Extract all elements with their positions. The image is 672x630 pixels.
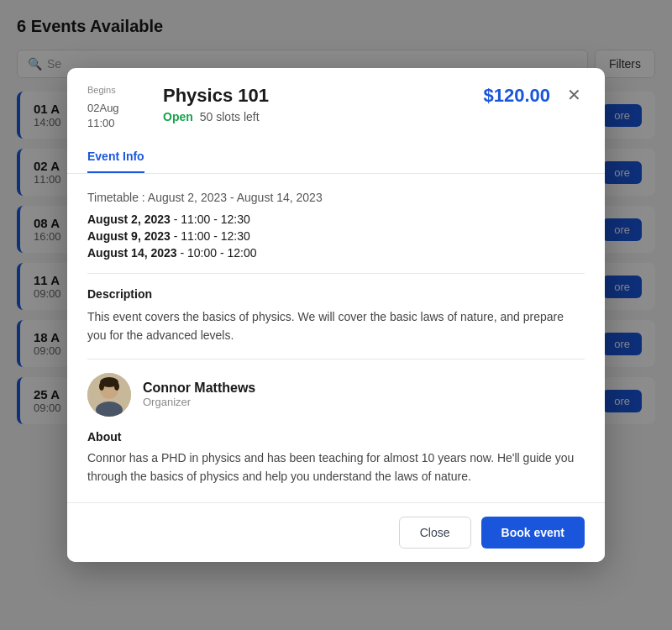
close-icon[interactable]: ✕ xyxy=(564,85,585,105)
begins-time: 11:00 xyxy=(87,117,146,129)
description-text: This event covers the basics of physics.… xyxy=(87,307,585,345)
timetable-date: August 14, 2023 xyxy=(87,246,177,260)
svg-point-4 xyxy=(99,382,104,391)
organizer-role: Organizer xyxy=(143,396,255,408)
divider xyxy=(87,359,585,360)
timetable-time: - 11:00 - 12:30 xyxy=(171,229,250,243)
event-status-row: Open 50 slots left xyxy=(163,110,269,123)
timetable-header: Timetable : August 2, 2023 - August 14, … xyxy=(87,191,585,204)
description-label: Description xyxy=(87,287,585,301)
timetable-entry: August 14, 2023 - 10:00 - 12:00 xyxy=(87,246,585,260)
modal-tabs: Event Info xyxy=(67,143,605,174)
organizer-row: Connor Matthews Organizer xyxy=(87,373,585,417)
timetable-entries: August 2, 2023 - 11:00 - 12:30 August 9,… xyxy=(87,213,585,260)
begins-day: 02Aug xyxy=(87,97,146,115)
timetable-entry: August 2, 2023 - 11:00 - 12:30 xyxy=(87,213,585,226)
begins-month: Aug xyxy=(99,102,118,114)
event-modal: Begins 02Aug 11:00 Physics 101 Open 50 s… xyxy=(67,68,605,563)
timetable-date: August 9, 2023 xyxy=(87,229,171,243)
modal-body: Timetable : August 2, 2023 - August 14, … xyxy=(67,174,605,503)
slots-text: 50 slots left xyxy=(200,110,260,123)
avatar-image xyxy=(87,373,131,417)
organizer-name: Connor Matthews xyxy=(143,381,255,396)
timetable-entry: August 9, 2023 - 11:00 - 12:30 xyxy=(87,229,585,243)
organizer-info: Connor Matthews Organizer xyxy=(143,381,255,408)
begins-block: Begins 02Aug 11:00 xyxy=(87,85,146,129)
modal-header-left: Begins 02Aug 11:00 Physics 101 Open 50 s… xyxy=(87,85,269,129)
svg-point-5 xyxy=(114,382,119,391)
divider xyxy=(87,273,585,274)
about-text: Connor has a PHD in physics and has been… xyxy=(87,449,585,486)
modal-footer: Close Book event xyxy=(67,502,605,562)
avatar xyxy=(87,373,131,417)
event-title: Physics 101 xyxy=(163,85,269,107)
status-badge: Open xyxy=(163,110,193,123)
timetable-time: - 10:00 - 12:00 xyxy=(177,246,257,260)
tab-event-info[interactable]: Event Info xyxy=(87,143,144,173)
event-price: $120.00 xyxy=(483,85,550,107)
close-button[interactable]: Close xyxy=(399,517,471,549)
modal-header: Begins 02Aug 11:00 Physics 101 Open 50 s… xyxy=(67,68,605,136)
about-label: About xyxy=(87,430,585,444)
event-title-block: Physics 101 Open 50 slots left xyxy=(163,85,269,123)
timetable-date: August 2, 2023 xyxy=(87,213,171,226)
book-event-button[interactable]: Book event xyxy=(481,517,585,549)
modal-header-right: $120.00 ✕ xyxy=(483,85,585,107)
modal-overlay: Begins 02Aug 11:00 Physics 101 Open 50 s… xyxy=(0,0,672,630)
timetable-time: - 11:00 - 12:30 xyxy=(171,213,250,226)
begins-label: Begins xyxy=(87,85,146,95)
